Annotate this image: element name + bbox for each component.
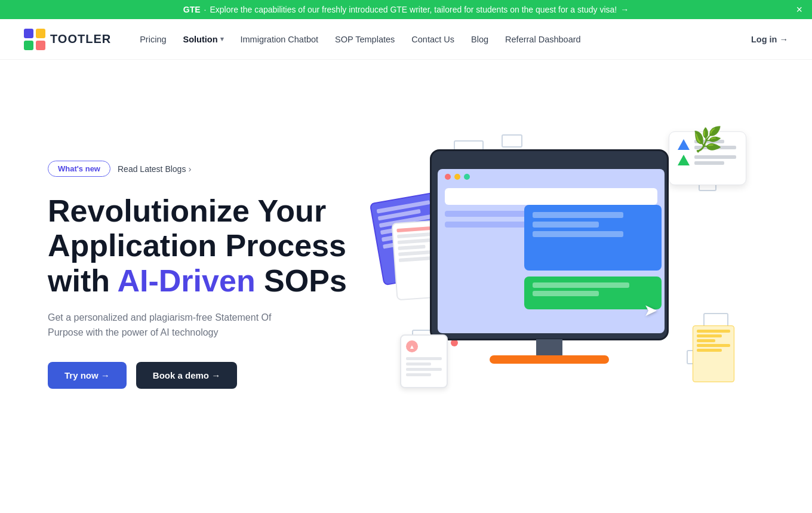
mini-doc-icon: ▲: [406, 340, 418, 352]
monitor-dots: [438, 169, 665, 185]
monitor-stand: [536, 339, 562, 357]
nav-item-contact-us[interactable]: Contact Us: [411, 35, 454, 44]
banner-content: GTE · Explore the capabilities of our fr…: [183, 5, 629, 14]
triangle-blue-icon: [678, 139, 690, 150]
dot-green: [464, 174, 470, 180]
hero-heading: Revolutionize Your Application Process w…: [48, 193, 358, 298]
nav-item-blog[interactable]: Blog: [471, 35, 488, 44]
whats-new-badge[interactable]: What's new: [48, 161, 110, 177]
hero-illustration: ➤: [382, 131, 740, 418]
hero-buttons: Try now → Book a demo →: [48, 362, 358, 389]
nav-item-sop-templates[interactable]: SOP Templates: [335, 35, 395, 44]
browser-bar: [445, 188, 657, 205]
hero-illustration-container: ➤: [358, 125, 764, 424]
nav-item-referral-dashboard[interactable]: Referral Dashboard: [505, 35, 581, 44]
svg-rect-0: [24, 29, 33, 38]
logo-text: TOOTLER: [50, 32, 111, 46]
nav-links: Pricing Solution ▾ Immigration Chatbot S…: [140, 35, 732, 44]
dot-red: [445, 174, 451, 180]
banner-link[interactable]: →: [620, 5, 629, 14]
plant-decoration: 🌿: [693, 125, 722, 153]
cursor-icon: ➤: [644, 300, 657, 320]
svg-rect-2: [24, 41, 33, 50]
deco-rect: [502, 134, 522, 148]
try-now-button[interactable]: Try now →: [48, 362, 127, 389]
banner-message: Explore the capabilities of our freshly …: [210, 5, 617, 14]
nav-item-solution[interactable]: Solution ▾: [183, 35, 224, 44]
doc-bottom-right: [693, 325, 734, 382]
whats-new-row: What's new Read Latest Blogs ›: [48, 161, 358, 177]
dot-yellow: [454, 174, 460, 180]
book-demo-button[interactable]: Book a demo →: [136, 362, 237, 389]
read-latest-blogs-link[interactable]: Read Latest Blogs ›: [118, 164, 191, 174]
monitor-body: ➤: [430, 149, 669, 340]
hero-section: What's new Read Latest Blogs › Revolutio…: [0, 60, 812, 490]
main-nav: TOOTLER Pricing Solution ▾ Immigration C…: [0, 19, 812, 60]
announcement-banner: GTE · Explore the capabilities of our fr…: [0, 0, 812, 19]
blue-card: [524, 205, 662, 271]
logo-icon: [24, 29, 45, 50]
banner-prefix: GTE: [183, 5, 201, 14]
chevron-down-icon: ▾: [220, 35, 224, 43]
arrow-right-icon: ›: [188, 164, 191, 174]
nav-item-pricing[interactable]: Pricing: [140, 35, 166, 44]
nav-item-immigration-chatbot[interactable]: Immigration Chatbot: [241, 35, 319, 44]
svg-rect-3: [36, 41, 45, 50]
widget-row-2: [678, 155, 737, 165]
triangle-green-icon: [678, 155, 690, 165]
monitor-base: [490, 355, 609, 364]
mini-doc: ▲: [400, 334, 448, 388]
hero-left: What's new Read Latest Blogs › Revolutio…: [48, 161, 358, 389]
svg-rect-1: [36, 29, 45, 38]
logo[interactable]: TOOTLER: [24, 29, 111, 50]
green-card: [524, 277, 662, 309]
banner-separator: ·: [204, 5, 207, 14]
hero-subtext: Get a personalized and plagiarism-free S…: [48, 310, 304, 340]
login-link[interactable]: Log in →: [751, 35, 788, 44]
banner-close-button[interactable]: ×: [796, 4, 802, 15]
